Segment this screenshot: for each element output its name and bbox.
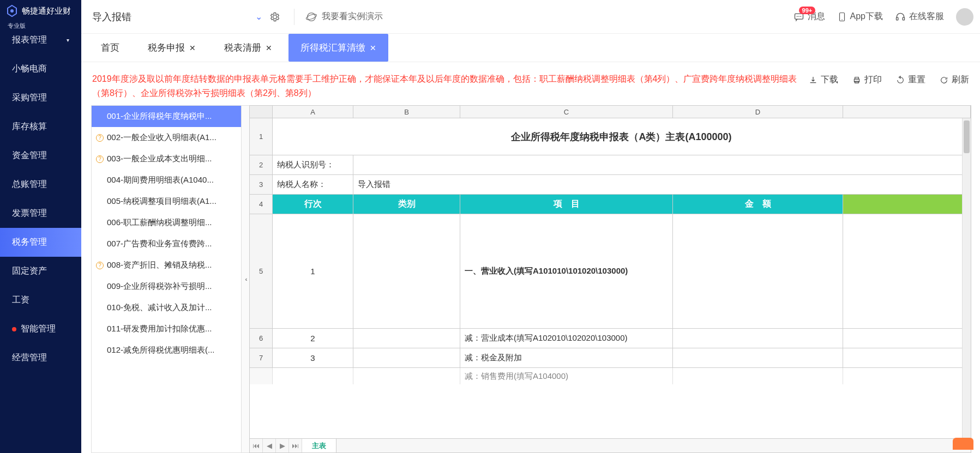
sheet-nav-last[interactable]: ⏭ bbox=[289, 439, 302, 452]
col-header[interactable]: B bbox=[353, 106, 460, 118]
cell[interactable] bbox=[673, 348, 843, 367]
sheet-list-item[interactable]: 005-纳税调整项目明细表(A1... bbox=[92, 191, 241, 212]
row-header[interactable] bbox=[250, 368, 273, 384]
download-button[interactable]: 下载 bbox=[809, 74, 838, 86]
cell[interactable]: 纳税人名称： bbox=[273, 175, 353, 194]
cell[interactable] bbox=[353, 348, 460, 367]
sidebar-item-ecommerce[interactable]: 小畅电商 bbox=[0, 55, 81, 83]
sheet-list-item[interactable]: 004-期间费用明细表(A1040... bbox=[92, 170, 241, 191]
sidebar-item-intelligence[interactable]: 智能管理 bbox=[0, 315, 81, 343]
warning-icon: ? bbox=[96, 155, 104, 163]
demo-link[interactable]: 我要看实例演示 bbox=[305, 11, 383, 23]
settings-button[interactable] bbox=[267, 9, 283, 25]
messages-button[interactable]: 99+ 消息 bbox=[793, 11, 825, 22]
table-header-cell[interactable]: 行次 bbox=[273, 195, 353, 214]
sheet-nav-prev[interactable]: ◀ bbox=[263, 439, 276, 452]
sheet-list: 001-企业所得税年度纳税申... ?002-一般企业收入明细表(A1... ?… bbox=[91, 105, 242, 453]
avatar[interactable] bbox=[956, 8, 973, 26]
col-header[interactable]: D bbox=[673, 106, 843, 118]
app-download-button[interactable]: App下载 bbox=[837, 11, 883, 22]
scrollbar-thumb[interactable] bbox=[964, 120, 970, 153]
row-header[interactable]: 6 bbox=[250, 329, 273, 348]
sheet-list-item[interactable]: 001-企业所得税年度纳税申... bbox=[92, 106, 241, 127]
sheet-list-item[interactable]: 007-广告费和业务宣传费跨... bbox=[92, 233, 241, 255]
cell[interactable] bbox=[843, 348, 971, 367]
cell[interactable] bbox=[673, 329, 843, 348]
cell[interactable]: 纳税人识别号： bbox=[273, 155, 353, 174]
cell[interactable]: 减：销售费用(填写A104000) bbox=[460, 368, 673, 384]
sheet-list-item[interactable]: 006-职工薪酬纳税调整明细... bbox=[92, 212, 241, 233]
row-header[interactable]: 4 bbox=[250, 195, 273, 214]
tab-tax-register[interactable]: 税表清册✕ bbox=[212, 34, 284, 62]
row-header[interactable]: 2 bbox=[250, 155, 273, 174]
cell[interactable] bbox=[673, 214, 843, 328]
sheet-tab[interactable]: 主表 bbox=[302, 439, 336, 452]
cell[interactable] bbox=[353, 368, 460, 384]
sheet-list-item[interactable]: 011-研发费用加计扣除优惠... bbox=[92, 318, 241, 340]
context-dropdown-icon[interactable]: ⌄ bbox=[255, 11, 262, 22]
sheet-nav-first[interactable]: ⏮ bbox=[250, 439, 263, 452]
tab-home[interactable]: 首页 bbox=[89, 34, 131, 62]
sidebar-item-tax[interactable]: 税务管理 bbox=[0, 228, 81, 257]
sidebar-item-assets[interactable]: 固定资产 bbox=[0, 257, 81, 286]
sheet-title-cell[interactable]: 企业所得税年度纳税申报表（A类）主表(A100000) bbox=[273, 118, 971, 155]
table-header-cell[interactable]: 类别 bbox=[353, 195, 460, 214]
table-header-cell[interactable]: 金 额 bbox=[673, 195, 843, 214]
phone-icon bbox=[837, 11, 847, 22]
vertical-scrollbar[interactable] bbox=[962, 118, 971, 438]
cell[interactable] bbox=[843, 214, 971, 328]
print-button[interactable]: 打印 bbox=[852, 74, 882, 86]
sidebar-item-funds[interactable]: 资金管理 bbox=[0, 141, 81, 170]
col-header[interactable] bbox=[843, 106, 971, 118]
cell[interactable]: 导入报错 bbox=[353, 175, 971, 194]
refresh-button[interactable]: 刷新 bbox=[940, 74, 969, 86]
cell[interactable]: 3 bbox=[273, 348, 353, 367]
customer-service-button[interactable]: 在线客服 bbox=[895, 11, 944, 22]
row-header[interactable]: 7 bbox=[250, 348, 273, 367]
sheet-nav-next[interactable]: ▶ bbox=[276, 439, 289, 452]
sidebar-item-purchase[interactable]: 采购管理 bbox=[0, 83, 81, 112]
close-icon[interactable]: ✕ bbox=[189, 44, 196, 52]
sheet-list-item[interactable]: ?003-一般企业成本支出明细... bbox=[92, 148, 241, 170]
sheet-list-item[interactable]: ?008-资产折旧、摊销及纳税... bbox=[92, 255, 241, 276]
floating-widget[interactable] bbox=[953, 438, 973, 450]
sheet-list-item[interactable]: 010-免税、减计收入及加计... bbox=[92, 297, 241, 318]
cell[interactable]: 一、营业收入(填写A101010\101020\103000) bbox=[460, 214, 673, 328]
sheet-list-item[interactable]: ?002-一般企业收入明细表(A1... bbox=[92, 127, 241, 148]
cell[interactable] bbox=[353, 214, 460, 328]
cell[interactable]: 减：营业成本(填写A102010\102020\103000) bbox=[460, 329, 673, 348]
sidebar-item-business[interactable]: 经营管理 bbox=[0, 343, 81, 372]
col-header[interactable]: C bbox=[460, 106, 673, 118]
row-header[interactable]: 5 bbox=[250, 214, 273, 328]
reset-button[interactable]: 重置 bbox=[896, 74, 925, 86]
cell[interactable]: 减：税金及附加 bbox=[460, 348, 673, 367]
sidebar-item-invoice[interactable]: 发票管理 bbox=[0, 199, 81, 228]
cell[interactable]: 1 bbox=[273, 214, 353, 328]
sidebar-item-partial[interactable]: 报表管理 ▾ bbox=[0, 34, 81, 55]
cell[interactable] bbox=[353, 155, 971, 174]
sheet-list-item[interactable]: 009-企业所得税弥补亏损明... bbox=[92, 276, 241, 297]
row-header[interactable]: 1 bbox=[250, 118, 273, 155]
sidebar-item-ledger[interactable]: 总账管理 bbox=[0, 170, 81, 199]
cell[interactable] bbox=[273, 368, 353, 384]
collapse-handle[interactable]: ‹‹ bbox=[242, 105, 249, 453]
tab-tax-declare[interactable]: 税务申报✕ bbox=[136, 34, 208, 62]
cell[interactable] bbox=[843, 329, 971, 348]
cell[interactable] bbox=[673, 368, 843, 384]
sidebar-item-inventory[interactable]: 库存核算 bbox=[0, 112, 81, 141]
sidebar-item-salary[interactable]: 工资 bbox=[0, 286, 81, 315]
sheet-list-item[interactable]: 012-减免所得税优惠明细表(... bbox=[92, 340, 241, 361]
cell[interactable] bbox=[353, 329, 460, 348]
cell[interactable] bbox=[843, 368, 971, 384]
table-header-cell[interactable]: 项 目 bbox=[460, 195, 673, 214]
close-icon[interactable]: ✕ bbox=[266, 44, 272, 52]
col-header[interactable]: A bbox=[273, 106, 353, 118]
select-all-corner[interactable] bbox=[250, 106, 273, 118]
tab-income-tax-settlement[interactable]: 所得税汇算清缴✕ bbox=[288, 34, 388, 62]
close-icon[interactable]: ✕ bbox=[370, 44, 376, 52]
table-header-cell[interactable] bbox=[843, 195, 971, 214]
spreadsheet-body: 1 企业所得税年度纳税申报表（A类）主表(A100000) 2 纳税人识别号： … bbox=[250, 118, 971, 438]
cell[interactable]: 2 bbox=[273, 329, 353, 348]
svg-point-8 bbox=[841, 19, 843, 20]
row-header[interactable]: 3 bbox=[250, 175, 273, 194]
